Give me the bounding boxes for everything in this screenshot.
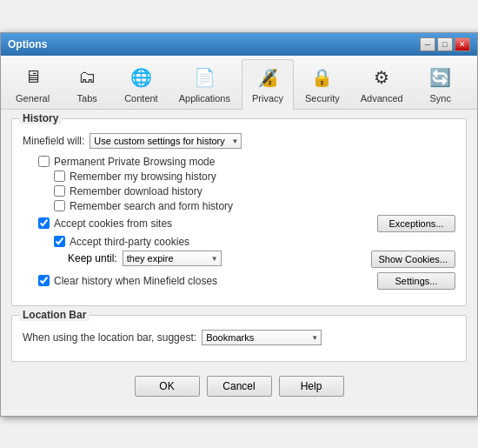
clear-history-row: Clear history when Minefield closes Sett… xyxy=(23,272,455,290)
location-bar-group: Location Bar When using the location bar… xyxy=(11,315,467,362)
remember-browsing-checkbox[interactable] xyxy=(54,171,65,182)
remember-browsing-row: Remember my browsing history xyxy=(54,171,455,183)
show-cookies-button[interactable]: Show Cookies... xyxy=(371,251,455,268)
accept-cookies-left: Accept cookies from sites xyxy=(23,217,377,230)
keep-until-left: Keep until: they expire I close Firefox … xyxy=(23,251,371,266)
tab-applications-label: Applications xyxy=(179,93,230,104)
tab-sync-label: Sync xyxy=(429,93,450,104)
exceptions-button[interactable]: Exceptions... xyxy=(377,215,455,232)
privacy-icon: 🔏 xyxy=(254,64,282,91)
tab-toolbar: 🖥 General 🗂 Tabs 🌐 Content 📄 Application… xyxy=(1,56,477,110)
permanent-private-checkbox[interactable] xyxy=(38,156,50,167)
remember-search-checkbox[interactable] xyxy=(54,200,65,211)
third-party-label[interactable]: Accept third-party cookies xyxy=(70,236,189,248)
minefield-row: Minefield will: Use custom settings for … xyxy=(23,133,455,149)
minimize-button[interactable]: ─ xyxy=(420,37,435,51)
tab-content-label: Content xyxy=(124,93,158,104)
remember-search-row: Remember search and form history xyxy=(54,200,455,212)
tab-general-label: General xyxy=(16,93,50,104)
accept-cookies-label[interactable]: Accept cookies from sites xyxy=(54,217,172,230)
tab-privacy-label: Privacy xyxy=(252,93,283,104)
tab-advanced-label: Advanced xyxy=(361,93,403,104)
applications-icon: 📄 xyxy=(190,64,218,91)
tab-advanced[interactable]: ⚙ Advanced xyxy=(351,59,413,109)
history-group-title: History xyxy=(19,112,62,124)
options-window: Options ─ □ ✕ 🖥 General 🗂 Tabs 🌐 Content… xyxy=(0,32,478,417)
remember-download-label[interactable]: Remember download history xyxy=(70,185,202,197)
settings-button[interactable]: Settings... xyxy=(377,272,455,290)
accept-cookies-checkbox-row: Accept cookies from sites xyxy=(38,217,377,230)
suggest-select-wrapper: Bookmarks History Bookmarks and History … xyxy=(202,330,322,345)
third-party-checkbox[interactable] xyxy=(54,236,65,247)
accept-cookies-row: Accept cookies from sites Exceptions... xyxy=(23,215,455,232)
minefield-label: Minefield will: xyxy=(23,135,84,147)
history-group: History Minefield will: Use custom setti… xyxy=(11,118,467,306)
permanent-private-row: Permanent Private Browsing mode xyxy=(38,156,455,168)
history-select-wrapper: Use custom settings for history Remember… xyxy=(90,133,242,149)
tab-general[interactable]: 🖥 General xyxy=(6,59,59,109)
tabs-icon: 🗂 xyxy=(73,64,101,91)
tab-sync[interactable]: 🔄 Sync xyxy=(415,59,467,109)
keep-until-row: Keep until: they expire I close Firefox … xyxy=(23,251,455,269)
clear-history-checkbox-row: Clear history when Minefield closes xyxy=(38,275,377,287)
window-title: Options xyxy=(8,38,47,50)
suggest-dropdown[interactable]: Bookmarks History Bookmarks and History … xyxy=(202,330,322,345)
history-group-content: Minefield will: Use custom settings for … xyxy=(23,128,455,290)
advanced-icon: ⚙ xyxy=(368,64,395,91)
cancel-button[interactable]: Cancel xyxy=(207,376,272,397)
tab-content[interactable]: 🌐 Content xyxy=(115,59,168,109)
content-area: History Minefield will: Use custom setti… xyxy=(1,110,477,416)
keep-until-select-wrapper: they expire I close Firefox ask me every… xyxy=(123,251,222,266)
title-bar: Options ─ □ ✕ xyxy=(1,33,477,56)
close-button[interactable]: ✕ xyxy=(455,37,470,51)
tab-security-label: Security xyxy=(305,93,340,104)
tab-tabs[interactable]: 🗂 Tabs xyxy=(61,59,113,109)
clear-history-checkbox[interactable] xyxy=(38,275,50,286)
keep-until-label: Keep until: xyxy=(68,252,117,264)
clear-history-left: Clear history when Minefield closes xyxy=(23,275,377,287)
remember-browsing-label[interactable]: Remember my browsing history xyxy=(70,171,216,183)
tab-privacy[interactable]: 🔏 Privacy xyxy=(242,59,294,110)
clear-history-label[interactable]: Clear history when Minefield closes xyxy=(54,275,217,287)
remember-download-checkbox[interactable] xyxy=(54,185,65,197)
when-using-label: When using the location bar, suggest: xyxy=(23,331,196,344)
permanent-private-label[interactable]: Permanent Private Browsing mode xyxy=(54,156,215,168)
tab-applications[interactable]: 📄 Applications xyxy=(169,59,240,109)
bottom-buttons: OK Cancel Help xyxy=(11,371,467,405)
ok-button[interactable]: OK xyxy=(135,376,200,397)
accept-cookies-checkbox[interactable] xyxy=(38,217,50,229)
tab-security[interactable]: 🔒 Security xyxy=(295,59,349,109)
remember-download-row: Remember download history xyxy=(54,185,455,197)
location-bar-row: When using the location bar, suggest: Bo… xyxy=(23,330,455,345)
maximize-button[interactable]: □ xyxy=(437,37,453,51)
title-bar-controls: ─ □ ✕ xyxy=(420,37,470,51)
security-icon: 🔒 xyxy=(309,64,336,91)
location-bar-group-content: When using the location bar, suggest: Bo… xyxy=(23,324,455,345)
sync-icon: 🔄 xyxy=(427,64,455,91)
third-party-row: Accept third-party cookies xyxy=(54,236,455,248)
keep-until-dropdown[interactable]: they expire I close Firefox ask me every… xyxy=(123,251,222,266)
content-icon: 🌐 xyxy=(127,64,155,91)
general-icon: 🖥 xyxy=(19,64,47,91)
remember-search-label[interactable]: Remember search and form history xyxy=(70,200,233,212)
history-dropdown[interactable]: Use custom settings for history Remember… xyxy=(90,133,242,149)
location-bar-group-title: Location Bar xyxy=(19,309,90,321)
tab-tabs-label: Tabs xyxy=(77,93,97,104)
help-button[interactable]: Help xyxy=(279,376,344,397)
